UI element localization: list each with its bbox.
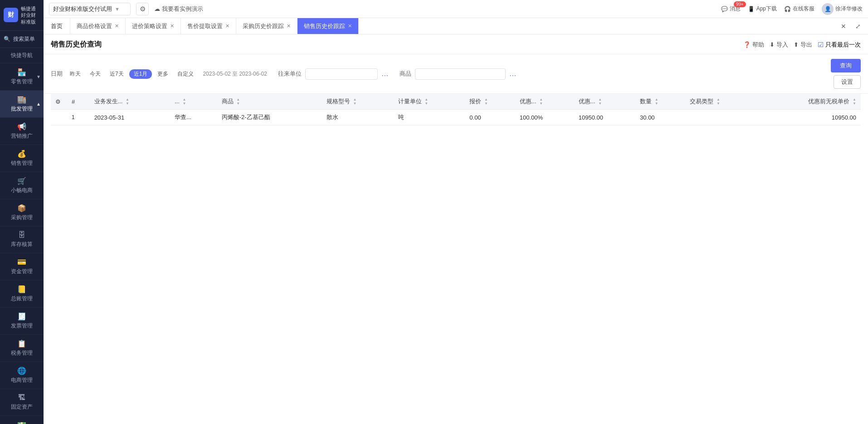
th-discount1[interactable]: 优惠... ▲▼ — [515, 94, 574, 110]
sidebar-logo: 财 畅捷通好业财 标准版 — [0, 0, 44, 31]
th-pretax-price[interactable]: 优惠前无税单价 ▲▼ — [757, 94, 861, 110]
tab-close-icon[interactable]: ✕ — [225, 23, 229, 29]
sidebar-item-finance[interactable]: 💳 资金管理 — [0, 253, 44, 280]
only-last-checkbox[interactable]: ☑ 只看最后一次 — [818, 41, 861, 49]
sidebar-item-sales[interactable]: 💰 销售管理 — [0, 145, 44, 172]
product-input[interactable] — [415, 68, 506, 80]
date-range-display: 2023-05-02 至 2023-06-02 — [203, 70, 267, 78]
tab-price-extract[interactable]: 售价提取设置 ✕ — [181, 18, 236, 34]
sidebar-item-invoice[interactable]: 🧾 发票管理 — [0, 308, 44, 335]
th-discount2[interactable]: 优惠... ▲▼ — [574, 94, 635, 110]
customer-filter-group: 往来单位 … — [278, 68, 389, 80]
query-button[interactable]: 查询 — [831, 59, 861, 72]
inventory-icon: 🗄 — [18, 231, 25, 239]
tax-icon: 📋 — [17, 339, 26, 348]
cell-product: 丙烯酸-2-乙基己酯 — [217, 110, 322, 125]
cell-discount2: 10950.00 — [574, 110, 635, 125]
product-filter-group: 商品 … — [400, 68, 517, 80]
date-options: 昨天 今天 近7天 近1月 更多 自定义 — [66, 69, 197, 79]
tab-purchase-strategy[interactable]: 进价策略设置 ✕ — [126, 18, 181, 34]
chevron-up-icon: ▲ — [36, 101, 41, 106]
th-biz-date[interactable]: 业务发生... ▲▼ — [90, 94, 170, 110]
workspace-settings-button[interactable]: ⚙ — [136, 3, 149, 15]
purchase-icon: 📦 — [17, 204, 26, 212]
product-label: 商品 — [400, 70, 411, 78]
tab-close-icon[interactable]: ✕ — [170, 23, 174, 29]
th-unit[interactable]: 计量单位 ▲▼ — [394, 94, 465, 110]
page-actions: ❓ 帮助 ⬇ 导入 ⬆ 导出 ☑ 只看最后一次 — [743, 41, 861, 49]
tab-close-icon[interactable]: ✕ — [348, 23, 352, 29]
tab-close-icon[interactable]: ✕ — [287, 23, 291, 29]
sidebar-item-ledger[interactable]: 📒 总账管理 — [0, 280, 44, 308]
th-product[interactable]: 商品 ▲▼ — [217, 94, 322, 110]
checkbox-checked-icon: ☑ — [818, 41, 824, 49]
sort-icons: ▲▼ — [484, 98, 488, 106]
th-tx-type[interactable]: 交易类型 ▲▼ — [685, 94, 757, 110]
date-option-last7[interactable]: 近7天 — [106, 69, 127, 79]
sort-icons: ▲▼ — [598, 98, 602, 106]
sort-icons: ▲▼ — [539, 98, 543, 106]
table-row: 1 2023-05-31 华查... 丙烯酸-2-乙基己酯 散水 吨 0.00 … — [51, 110, 861, 125]
export-button[interactable]: ⬆ 导出 — [794, 41, 812, 49]
sidebar-item-tax[interactable]: 📋 税务管理 — [0, 335, 44, 362]
th-qty[interactable]: 数量 ▲▼ — [635, 94, 685, 110]
settings-button[interactable]: 设置 — [834, 75, 861, 89]
marketing-icon: 📢 — [17, 122, 26, 131]
messages-button[interactable]: 💬 消息 99+ — [721, 5, 741, 13]
table-header-row: ⚙ # 业务发生... ▲▼ ... ▲▼ 商品 ▲ — [51, 94, 861, 110]
sidebar-item-marketing[interactable]: 📢 营销推广 — [0, 118, 44, 145]
sidebar-search[interactable]: 🔍 搜索菜单 — [0, 31, 44, 48]
date-option-yesterday[interactable]: 昨天 — [66, 69, 84, 79]
th-col3[interactable]: ... ▲▼ — [170, 94, 217, 110]
gear-icon: ⚙ — [140, 5, 146, 13]
cloud-icon: ☁ — [154, 5, 160, 12]
customer-picker-button[interactable]: … — [381, 70, 389, 78]
user-menu-button[interactable]: 👤 徐泽华修改 — [822, 3, 863, 15]
tabbar: 首页 商品价格设置 ✕ 进价策略设置 ✕ 售价提取设置 ✕ 采购历史价跟踪 ✕ … — [44, 18, 868, 34]
product-picker-button[interactable]: … — [509, 70, 517, 78]
demo-button[interactable]: ☁ 我要看实例演示 — [154, 5, 203, 13]
topbar: 好业财标准版交付试用 ▼ ⚙ ☁ 我要看实例演示 💬 消息 99+ 📱 App下… — [44, 0, 868, 18]
sidebar-item-ecommerce-small[interactable]: 🛒 小畅电商 — [0, 172, 44, 199]
sort-icons: ▲▼ — [126, 98, 129, 106]
workspace-selector[interactable]: 好业财标准版交付试用 ▼ — [49, 3, 131, 15]
data-table: ⚙ # 业务发生... ▲▼ ... ▲▼ 商品 ▲ — [51, 94, 861, 125]
query-buttons: 查询 设置 — [831, 59, 861, 89]
date-option-more[interactable]: 更多 — [154, 69, 172, 79]
ecommerce-small-icon: 🛒 — [17, 177, 26, 185]
sidebar-item-fixed-assets[interactable]: 🏗 固定资产 — [0, 389, 44, 416]
tab-home[interactable]: 首页 — [44, 18, 70, 34]
main-area: 好业财标准版交付试用 ▼ ⚙ ☁ 我要看实例演示 💬 消息 99+ 📱 App下… — [44, 0, 868, 424]
app-download-button[interactable]: 📱 App下载 — [748, 5, 777, 13]
sort-icons: ▲▼ — [424, 98, 428, 106]
th-gear[interactable]: ⚙ — [51, 94, 67, 110]
close-tab-button[interactable]: ✕ — [837, 20, 850, 33]
tab-purchase-history[interactable]: 采购历史价跟踪 ✕ — [236, 18, 297, 34]
sidebar-item-wholesale[interactable]: 🏬 批发管理 ▲ — [0, 91, 44, 118]
tab-close-icon[interactable]: ✕ — [115, 23, 119, 29]
date-option-last1m[interactable]: 近1月 — [129, 69, 152, 79]
online-service-button[interactable]: 🎧 在线客服 — [784, 5, 814, 13]
sidebar-item-retail[interactable]: 🏪 零售管理 ▼ — [0, 63, 44, 91]
sidebar-item-payroll[interactable]: 💵 工资 — [0, 416, 44, 424]
expand-button[interactable]: ⤢ — [852, 20, 864, 33]
import-button[interactable]: ⬇ 导入 — [770, 41, 788, 49]
tab-price-setting[interactable]: 商品价格设置 ✕ — [70, 18, 126, 34]
sidebar-item-ecommerce[interactable]: 🌐 电商管理 — [0, 362, 44, 389]
message-icon: 💬 — [721, 6, 728, 12]
message-badge: 99+ — [734, 1, 746, 7]
customer-input[interactable] — [305, 68, 378, 80]
sidebar-item-purchase[interactable]: 📦 采购管理 — [0, 199, 44, 226]
th-price[interactable]: 报价 ▲▼ — [465, 94, 515, 110]
tab-sales-history[interactable]: 销售历史价跟踪 ✕ — [297, 18, 359, 34]
date-option-today[interactable]: 今天 — [86, 69, 104, 79]
help-icon: ❓ — [743, 41, 751, 48]
th-spec[interactable]: 规格型号 ▲▼ — [322, 94, 394, 110]
sidebar-item-quick-nav[interactable]: 快捷导航 — [0, 48, 44, 63]
chevron-down-icon: ▼ — [36, 74, 41, 79]
help-button[interactable]: ❓ 帮助 — [743, 41, 764, 49]
sidebar-item-inventory[interactable]: 🗄 库存核算 — [0, 226, 44, 253]
date-option-custom[interactable]: 自定义 — [174, 69, 197, 79]
sort-icons: ▲▼ — [236, 98, 240, 106]
fixed-assets-icon: 🏗 — [18, 394, 25, 402]
